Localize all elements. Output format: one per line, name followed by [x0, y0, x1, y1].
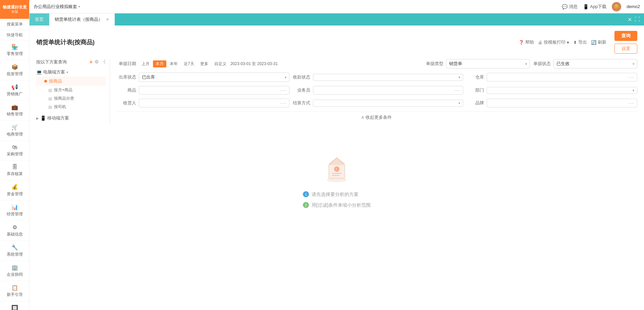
svg-point-5 [334, 166, 339, 172]
brand-select[interactable]: ··· [487, 99, 637, 107]
date-label: 单据日期 [115, 61, 139, 67]
export-button[interactable]: ⬆ 导出 [573, 39, 587, 45]
tab-close-all-icon[interactable]: ✕ [628, 16, 632, 23]
export-label: 导出 [578, 39, 587, 45]
date-range-value: 2023-03-01 至 2023-03-31 [230, 61, 278, 67]
out-status-select[interactable]: 已出库 ▾ [139, 72, 289, 82]
date-tab-more[interactable]: 更多 [198, 60, 211, 67]
recipient-select[interactable]: ··· [139, 99, 289, 107]
help-button[interactable]: ❓ 帮助 [519, 39, 534, 45]
scheme-item-by-product[interactable]: 按商品 [36, 76, 106, 86]
scheme-item-by-category[interactable]: ▤ 按商品分类 [36, 94, 106, 103]
scheme-collapse-icon[interactable]: 《 [101, 59, 106, 65]
payment-control: ▾ [313, 100, 464, 107]
doc-status-control: 已生效 ▾ [553, 59, 637, 68]
date-tab-last-month[interactable]: 上月 [139, 60, 152, 67]
sidebar-item-finance[interactable]: 💰 资金管理 [0, 180, 29, 201]
brand-dots-icon: ··· [628, 100, 634, 106]
sidebar-item-enterprise[interactable]: 🏢 企业协同 [0, 261, 29, 281]
tab-close-icon[interactable]: ✕ [106, 17, 109, 22]
logo-area[interactable]: 畅捷通好生意 标版 [0, 0, 29, 19]
department-arrow-icon: ▾ [633, 89, 634, 92]
tab-home[interactable]: 首页 [30, 13, 49, 25]
app-download-action[interactable]: 📱 App下载 [583, 4, 606, 10]
scheme-group-mobile: ▶ 📱 移动端方案 [36, 114, 106, 122]
step1-num: 1 [303, 191, 309, 197]
by-driver-icon: ▤ [48, 105, 52, 109]
receive-status-select[interactable]: ▾ [313, 74, 464, 81]
setting-button[interactable]: 设置 [614, 44, 637, 54]
brand-control: ··· [487, 99, 637, 107]
warehouse-select[interactable]: ··· [487, 73, 637, 82]
salesperson-dots-icon: ··· [454, 88, 461, 93]
sidebar-item-operations[interactable]: 📊 经营管理 [0, 201, 29, 221]
sidebar-item-wholesale[interactable]: 📦 批发管理 [0, 60, 29, 81]
scheme-item-by-month-product[interactable]: ▤ 按月+商品 [36, 86, 106, 94]
scheme-tree: 💻 电脑端方案 ▾ 按商品 ▤ 按月+商品 [36, 68, 106, 122]
ecom-label: 电商管理 [7, 132, 23, 137]
wholesale-icon: 📦 [11, 64, 18, 70]
scheme-group-mobile-header[interactable]: ▶ 📱 移动端方案 [36, 114, 106, 122]
avatar[interactable]: 😊 [612, 2, 621, 11]
refresh-icon: 🔄 [591, 40, 596, 45]
product-label: 商品 [115, 87, 139, 93]
date-tab-custom[interactable]: 自定义 [212, 60, 229, 67]
sidebar-item-sales[interactable]: 💼 销售管理 [0, 101, 29, 121]
payment-select[interactable]: ▾ [313, 100, 464, 107]
sidebar-item-inventory[interactable]: 🗄 库存核算 [0, 161, 29, 180]
tab-sales-report[interactable]: 销货单统计表（按商品） ✕ [49, 13, 115, 25]
sidebar-item-system[interactable]: 🔧 系统管理 [0, 241, 29, 261]
date-tab-7days[interactable]: 近7天 [181, 60, 197, 67]
date-selector: 上月 本月 本年 近7天 更多 自定义 2023-03-01 至 2023-03… [139, 60, 423, 67]
warehouse-control: ··· [487, 73, 637, 82]
sidebar-item-basic[interactable]: ⚙ 基础信息 [0, 221, 29, 241]
workspace-name: 办公用品行业模拟账套 [34, 4, 77, 10]
scheme-edit-icon[interactable]: ⚙ [95, 59, 99, 65]
doc-status-select[interactable]: 已生效 ▾ [553, 59, 637, 68]
workspace-selector[interactable]: 办公用品行业模拟账套 ▾ [34, 4, 80, 10]
date-tab-this-month[interactable]: 本月 [153, 60, 166, 67]
quick-nav-label[interactable]: 快捷导航 [7, 33, 23, 37]
sidebar-search-section[interactable]: 搜索菜单 [0, 19, 29, 30]
product-select[interactable]: ··· [139, 86, 289, 95]
department-control: ▾ [487, 87, 637, 94]
empty-state: ! 1 请先选择要分析的方案 2 用[过滤]条件来缩小分析范围 [36, 124, 637, 238]
refresh-button[interactable]: 🔄 刷新 [591, 39, 606, 45]
query-button[interactable]: 查询 [614, 31, 637, 41]
department-select[interactable]: ▾ [487, 87, 637, 94]
recipient-dots-icon: ··· [280, 100, 286, 106]
sidebar-item-purchase[interactable]: 🛍 采购管理 [0, 141, 29, 161]
scheme-panel: 按以下方案查询 + ⚙ 《 💻 电脑端方案 [36, 59, 110, 124]
sidebar-item-marketing[interactable]: 📢 营销推广 [0, 81, 29, 101]
search-menu-label[interactable]: 搜索菜单 [7, 22, 23, 27]
sidebar-item-ecom[interactable]: 🛒 电商管理 [0, 121, 29, 141]
doc-status-value: 已生效 [556, 61, 570, 67]
sidebar-item-appstore[interactable]: 🔲 应用中心 [0, 301, 29, 310]
sidebar-item-guide[interactable]: 📋 新手引导 [0, 281, 29, 301]
sidebar-item-retail[interactable]: 🏪 零售管理 [0, 40, 29, 60]
receive-status-label: 收款状态 [289, 74, 313, 80]
mobile-group-arrow-icon: ▶ [36, 116, 39, 120]
print-button[interactable]: 🖨 按模板打印 ▾ [538, 39, 569, 45]
sidebar-quick-nav-section[interactable]: 快捷导航 [0, 30, 29, 40]
scheme-header-actions: + ⚙ 《 [90, 59, 106, 65]
logo-sub: 标版 [11, 9, 18, 14]
scheme-add-icon[interactable]: + [90, 59, 93, 65]
filter-doc-type-item: 单据类型 销货单 ▾ [423, 59, 530, 68]
salesperson-select[interactable]: ··· [313, 86, 464, 95]
by-category-icon: ▤ [48, 96, 52, 101]
operations-icon: 📊 [11, 204, 18, 210]
recipient-control: ··· [139, 99, 289, 107]
scheme-header: 按以下方案查询 + ⚙ 《 [36, 59, 106, 65]
top-nav-left: 办公用品行业模拟账套 ▾ [34, 4, 80, 10]
message-action[interactable]: 💬 消息 [562, 4, 578, 10]
doc-type-select[interactable]: 销货单 ▾ [446, 59, 530, 68]
date-tab-this-year[interactable]: 本年 [167, 60, 180, 67]
retail-label: 零售管理 [7, 51, 23, 57]
scheme-item-by-driver[interactable]: ▤ 按司机 [36, 103, 106, 111]
scheme-group-pc-header[interactable]: 💻 电脑端方案 ▾ [36, 68, 106, 76]
help-icon: ❓ [519, 40, 524, 45]
username[interactable]: demo2 [627, 4, 640, 9]
tab-expand-icon[interactable]: ⛶ [635, 16, 640, 22]
collapse-button[interactable]: ∧ 收起更多条件 [361, 114, 392, 120]
